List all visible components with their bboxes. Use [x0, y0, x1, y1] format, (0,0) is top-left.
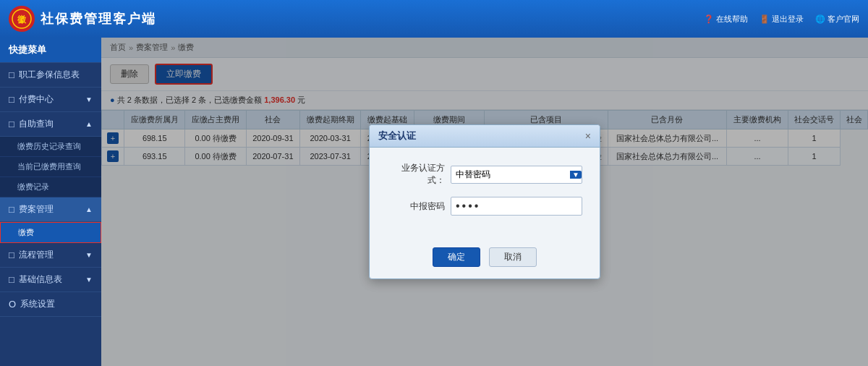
- sidebar-header: 快捷菜单: [0, 38, 101, 63]
- app-title: 社保费管理客户端: [41, 10, 156, 27]
- fee-manage-submenu: 缴费: [0, 222, 101, 243]
- fee-manage-arrow: ▲: [85, 205, 93, 213]
- sidebar-item-basic-info[interactable]: □ 基础信息表 ▼: [0, 268, 101, 292]
- auth-method-value: 中替密码: [456, 169, 490, 181]
- exit-icon: 🚪: [760, 14, 770, 24]
- app-header: 徽 社保费管理客户端 ❓ 在线帮助 🚪 退出登录 🌐 客户官网: [0, 0, 868, 38]
- modal-body: 业务认证方式： 中替密码 ▼ 中报密码 ••••: [370, 148, 600, 240]
- sidebar-item-system[interactable]: O 系统设置: [0, 292, 101, 317]
- password-dots: ••••: [456, 200, 480, 213]
- logo-icon: 徽: [9, 6, 35, 32]
- pay-center-arrow: ▼: [85, 95, 93, 103]
- pay-center-icon: □: [9, 94, 14, 105]
- modal-close-button[interactable]: ×: [585, 130, 591, 142]
- fee-manage-icon: □: [9, 204, 14, 215]
- help-button[interactable]: ❓ 在线帮助: [704, 14, 748, 25]
- sidebar-item-process[interactable]: □ 流程管理 ▼: [0, 243, 101, 268]
- modal-footer: 确定 取消: [370, 240, 600, 278]
- exit-button[interactable]: 🚪 退出登录: [760, 14, 804, 25]
- auth-method-select[interactable]: 中替密码 ▼: [451, 166, 582, 184]
- header-right: ❓ 在线帮助 🚪 退出登录 🌐 客户官网: [704, 14, 859, 25]
- basic-info-arrow: ▼: [85, 276, 93, 284]
- password-label: 中报密码: [387, 200, 445, 213]
- apply-info-icon: □: [9, 69, 14, 80]
- self-service-submenu: 缴费历史记录查询 当前已缴费用查询 缴费记录: [0, 137, 101, 197]
- self-service-arrow: ▲: [85, 120, 93, 128]
- sidebar-sub-pay-fee[interactable]: 缴费: [0, 222, 101, 243]
- process-arrow: ▼: [85, 251, 93, 259]
- modal-confirm-button[interactable]: 确定: [433, 247, 480, 267]
- password-input[interactable]: ••••: [451, 197, 582, 216]
- process-icon: □: [9, 250, 14, 260]
- sidebar: 快捷菜单 □ 职工参保信息表 □ 付费中心 ▼ □ 自助查询 ▲ 缴费历史记录查…: [0, 38, 101, 366]
- sidebar-item-apply-info[interactable]: □ 职工参保信息表: [0, 63, 101, 88]
- auth-method-row: 业务认证方式： 中替密码 ▼: [387, 162, 582, 187]
- help-icon: ❓: [704, 14, 714, 24]
- basic-info-icon: □: [9, 274, 14, 285]
- sidebar-sub-pay-detail[interactable]: 缴费记录: [0, 177, 101, 197]
- svg-text:徽: 徽: [17, 14, 27, 25]
- sidebar-item-pay-center[interactable]: □ 付费中心 ▼: [0, 88, 101, 112]
- modal-header: 安全认证 ×: [370, 125, 600, 148]
- sidebar-sub-query-current[interactable]: 当前已缴费用查询: [0, 157, 101, 177]
- sidebar-sub-query-history[interactable]: 缴费历史记录查询: [0, 137, 101, 157]
- system-icon: O: [9, 299, 16, 310]
- select-arrow-icon: ▼: [570, 171, 582, 179]
- auth-method-label: 业务认证方式：: [387, 162, 445, 187]
- security-modal: 安全认证 × 业务认证方式： 中替密码 ▼ 中报密码 •••• 确定 取消: [369, 124, 600, 279]
- modal-cancel-button[interactable]: 取消: [489, 247, 537, 267]
- web-icon: 🌐: [815, 14, 825, 24]
- self-service-icon: □: [9, 119, 14, 129]
- logo-area: 徽 社保费管理客户端: [9, 6, 156, 32]
- sidebar-item-fee-manage[interactable]: □ 费案管理 ▲: [0, 197, 101, 222]
- modal-overlay: 安全认证 × 业务认证方式： 中替密码 ▼ 中报密码 •••• 确定 取消: [101, 38, 868, 366]
- password-row: 中报密码 ••••: [387, 197, 582, 216]
- modal-title: 安全认证: [378, 129, 416, 142]
- web-button[interactable]: 🌐 客户官网: [815, 14, 859, 25]
- sidebar-item-self-service[interactable]: □ 自助查询 ▲: [0, 112, 101, 137]
